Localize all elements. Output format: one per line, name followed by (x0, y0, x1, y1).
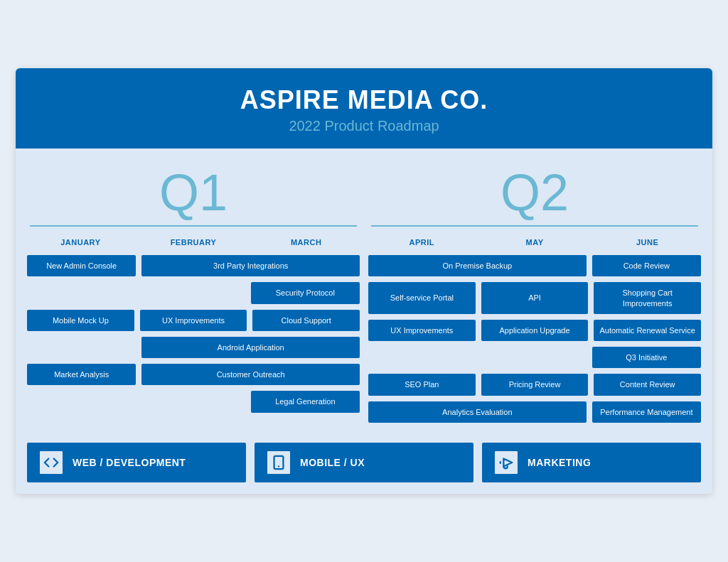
cell-market: Market Analysis (27, 364, 136, 385)
code-icon (43, 455, 59, 470)
item-analytics: Analytics Evaluation (368, 401, 587, 423)
q1-label: Q1 (27, 160, 360, 221)
q2-row-2: Self-service Portal API Shopping Cart Im… (368, 282, 701, 314)
item-performance: Performance Management (592, 401, 701, 423)
q2-section: Q2 APRIL MAY JUNE On Premise Backup (368, 160, 701, 423)
item-pricing: Pricing Review (481, 374, 589, 395)
item-new-admin: New Admin Console (27, 255, 136, 276)
cell-pricing: Pricing Review (481, 374, 589, 395)
item-customer: Customer Outreach (141, 364, 360, 385)
cell-content: Content Review (594, 374, 701, 395)
q1-grid: New Admin Console 3rd Party Integrations… (27, 255, 360, 413)
legend-mobile: MOBILE / UX (255, 443, 473, 482)
q2-months: APRIL MAY JUNE (368, 235, 701, 248)
cell-legal: Legal Generation (251, 391, 360, 412)
item-empty-r4 (27, 337, 136, 358)
item-q3-initiative: Q3 Initiative (592, 347, 701, 368)
cell-shopping: Shopping Cart Improvements (594, 282, 701, 314)
header: ASPIRE MEDIA CO. 2022 Product Roadmap (16, 68, 712, 148)
item-mobile-mock: Mobile Mock Up (27, 310, 134, 331)
mobile-icon (271, 455, 287, 470)
item-security: Security Protocol (251, 282, 360, 303)
item-code-review: Code Review (592, 255, 701, 276)
item-api: API (481, 282, 589, 314)
cell-empty-q2-r4 (368, 347, 587, 368)
main-content: Q1 JANUARY FEBRUARY MARCH New Admin Cons… (16, 148, 712, 434)
april-col: APRIL (368, 235, 476, 248)
code-icon-box (38, 450, 64, 475)
item-on-premise: On Premise Backup (368, 255, 587, 276)
cell-empty-r4 (27, 337, 136, 358)
may-label: MAY (526, 238, 544, 247)
item-app-upgrade: Application Upgrade (481, 320, 589, 341)
roadmap-subtitle: 2022 Product Roadmap (30, 118, 698, 134)
cell-api: API (481, 282, 589, 314)
legend-marketing: MARKETING (482, 443, 701, 482)
cell-performance: Performance Management (592, 401, 701, 423)
item-android: Android Application (141, 337, 360, 358)
q2-grid: On Premise Backup Code Review Self-servi… (368, 255, 701, 423)
january-col: JANUARY (27, 235, 134, 248)
q1-section: Q1 JANUARY FEBRUARY MARCH New Admin Cons… (27, 160, 360, 423)
february-col: FEBRUARY (140, 235, 247, 248)
cell-q3-initiative: Q3 Initiative (592, 347, 701, 368)
item-3rd-party: 3rd Party Integrations (141, 255, 360, 276)
q2-divider (371, 225, 698, 227)
march-col: MARCH (252, 235, 360, 248)
cell-3rd-party: 3rd Party Integrations (141, 255, 360, 276)
item-empty-r6 (27, 391, 245, 412)
cell-ux-imp-q2: UX Improvements (368, 320, 476, 341)
cell-cloud: Cloud Support (252, 310, 360, 331)
q1-row-3: Mobile Mock Up UX Improvements Cloud Sup… (27, 310, 360, 331)
cell-code-review: Code Review (592, 255, 701, 276)
cell-app-upgrade: Application Upgrade (481, 320, 589, 341)
may-col: MAY (481, 235, 589, 248)
q1-row-2: Security Protocol (27, 282, 360, 303)
mobile-icon-box (266, 450, 291, 475)
legend-web: WEB / DEVELOPMENT (27, 443, 246, 482)
q1-row-5: Market Analysis Customer Outreach (27, 364, 360, 385)
q1-months: JANUARY FEBRUARY MARCH (27, 235, 360, 248)
cell-customer: Customer Outreach (141, 364, 360, 385)
february-label: FEBRUARY (171, 238, 217, 247)
item-empty-q2-r4 (368, 347, 587, 368)
footer: WEB / DEVELOPMENT MOBILE / UX MARKETING (16, 434, 712, 494)
q1-divider (30, 225, 357, 227)
april-label: APRIL (410, 238, 435, 247)
item-auto-renewal: Automatic Renewal Service (594, 320, 701, 341)
cell-auto-renewal: Automatic Renewal Service (594, 320, 701, 341)
main-card: ASPIRE MEDIA CO. 2022 Product Roadmap Q1… (16, 68, 712, 494)
company-title: ASPIRE MEDIA CO. (30, 85, 698, 115)
cell-empty-r6 (27, 391, 245, 412)
q2-label: Q2 (368, 160, 701, 221)
q1-row-6: Legal Generation (27, 391, 360, 412)
cell-analytics: Analytics Evaluation (368, 401, 587, 423)
mobile-label: MOBILE / UX (300, 457, 365, 468)
item-shopping: Shopping Cart Improvements (594, 282, 701, 314)
q1-row-1: New Admin Console 3rd Party Integrations (27, 255, 360, 276)
megaphone-icon (498, 455, 514, 470)
q2-row-6: Analytics Evaluation Performance Managem… (368, 401, 701, 423)
marketing-label: MARKETING (528, 457, 591, 468)
item-legal: Legal Generation (251, 391, 360, 412)
june-col: JUNE (594, 235, 701, 248)
item-content: Content Review (594, 374, 701, 395)
item-seo: SEO Plan (368, 374, 476, 395)
q2-row-3: UX Improvements Application Upgrade Auto… (368, 320, 701, 341)
q1-row-4: Android Application (27, 337, 360, 358)
march-label: MARCH (291, 238, 321, 247)
cell-security: Security Protocol (251, 282, 360, 303)
q2-row-5: SEO Plan Pricing Review Content Review (368, 374, 701, 395)
item-ux-imp-q2: UX Improvements (368, 320, 476, 341)
cell-self-service: Self-service Portal (368, 282, 476, 314)
cell-ux-imp: UX Improvements (140, 310, 247, 331)
june-label: JUNE (636, 238, 658, 247)
cell-seo: SEO Plan (368, 374, 476, 395)
web-label: WEB / DEVELOPMENT (73, 457, 186, 468)
q2-row-1: On Premise Backup Code Review (368, 255, 701, 276)
cell-new-admin: New Admin Console (27, 255, 136, 276)
item-self-service: Self-service Portal (368, 282, 476, 314)
cell-on-premise: On Premise Backup (368, 255, 587, 276)
item-market: Market Analysis (27, 364, 136, 385)
cell-empty-r2 (27, 282, 245, 303)
